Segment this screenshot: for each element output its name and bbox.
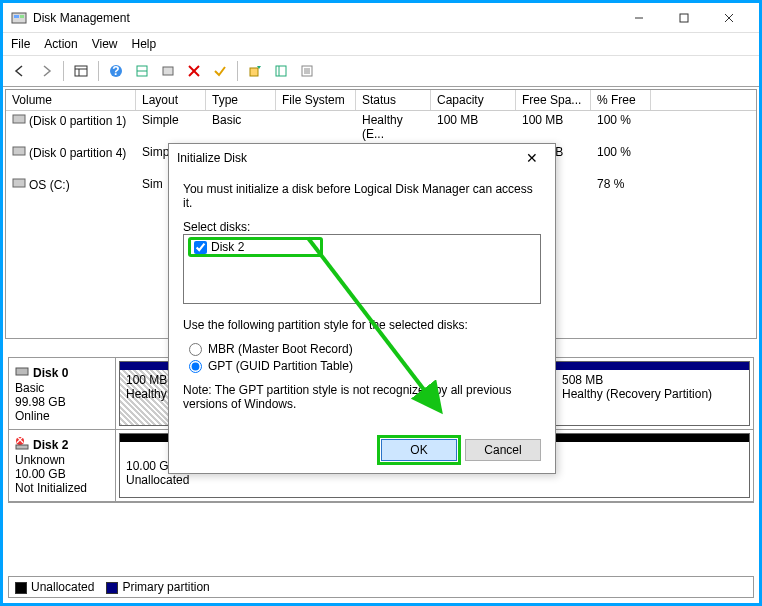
column-headers: Volume Layout Type File System Status Ca… xyxy=(6,90,756,111)
disk2-checkbox[interactable] xyxy=(194,241,207,254)
disk2-checkbox-label: Disk 2 xyxy=(211,240,244,254)
svg-rect-17 xyxy=(250,68,258,76)
refresh-button[interactable] xyxy=(244,60,266,82)
svg-rect-18 xyxy=(276,66,286,76)
disk2-name: Disk 2 xyxy=(33,438,68,452)
apply-button[interactable] xyxy=(209,60,231,82)
mbr-radio-input[interactable] xyxy=(189,343,202,356)
svg-rect-25 xyxy=(13,147,25,155)
menu-file[interactable]: File xyxy=(11,37,30,51)
disk-error-icon: ✕ xyxy=(15,436,29,453)
col-capacity[interactable]: Capacity xyxy=(431,90,516,110)
svg-rect-24 xyxy=(13,115,25,123)
disk0-info: Disk 0 Basic 99.98 GB Online xyxy=(9,358,116,429)
show-hide-tree-button[interactable] xyxy=(70,60,92,82)
disk-checkbox-row[interactable]: Disk 2 xyxy=(188,237,323,257)
disk0-partition-4[interactable]: 508 MB Healthy (Recovery Partition) xyxy=(555,361,750,426)
unallocated-label: Unallocated xyxy=(126,473,743,487)
svg-rect-4 xyxy=(680,14,688,22)
select-disks-label: Select disks: xyxy=(183,220,541,234)
delete-button[interactable] xyxy=(183,60,205,82)
partition-size: 508 MB xyxy=(562,373,743,387)
disk2-size: 10.00 GB xyxy=(15,467,109,481)
svg-rect-7 xyxy=(75,66,87,76)
menu-help[interactable]: Help xyxy=(132,37,157,51)
col-status[interactable]: Status xyxy=(356,90,431,110)
volume-row[interactable]: (Disk 0 partition 1)SimpleBasicHealthy (… xyxy=(6,111,756,143)
back-button[interactable] xyxy=(9,60,31,82)
initialize-disk-dialog: Initialize Disk ✕ You must initialize a … xyxy=(168,143,556,474)
col-volume[interactable]: Volume xyxy=(6,90,136,110)
col-free-space[interactable]: Free Spa... xyxy=(516,90,591,110)
disk2-state: Not Initialized xyxy=(15,481,109,495)
toolbar-separator xyxy=(237,61,238,81)
disk0-name: Disk 0 xyxy=(33,366,68,380)
svg-rect-2 xyxy=(20,15,24,18)
partition-style-label: Use the following partition style for th… xyxy=(183,318,541,332)
properties-button[interactable] xyxy=(157,60,179,82)
partition-status: Healthy (Recovery Partition) xyxy=(562,387,743,401)
partition-status: Healthy xyxy=(126,387,172,401)
svg-rect-30 xyxy=(16,445,28,449)
toolbar: ? xyxy=(3,55,759,87)
svg-rect-27 xyxy=(16,368,28,375)
help-button[interactable]: ? xyxy=(105,60,127,82)
col-type[interactable]: Type xyxy=(206,90,276,110)
legend-unallocated: Unallocated xyxy=(15,580,94,594)
disk0-type: Basic xyxy=(15,381,109,395)
window-title: Disk Management xyxy=(33,11,616,25)
dialog-title: Initialize Disk xyxy=(177,151,517,165)
dialog-titlebar: Initialize Disk ✕ xyxy=(169,144,555,172)
rescan-button[interactable] xyxy=(270,60,292,82)
mbr-radio[interactable]: MBR (Master Boot Record) xyxy=(189,342,541,356)
dialog-close-button[interactable]: ✕ xyxy=(517,150,547,166)
disk-listbox[interactable]: Disk 2 xyxy=(183,234,541,304)
dialog-message: You must initialize a disk before Logica… xyxy=(183,182,541,210)
forward-button[interactable] xyxy=(35,60,57,82)
svg-text:?: ? xyxy=(112,64,119,78)
col-pct-free[interactable]: % Free xyxy=(591,90,651,110)
menu-view[interactable]: View xyxy=(92,37,118,51)
maximize-button[interactable] xyxy=(661,4,706,32)
col-layout[interactable]: Layout xyxy=(136,90,206,110)
disk-icon xyxy=(15,364,29,381)
close-button[interactable] xyxy=(706,4,751,32)
settings-button[interactable] xyxy=(131,60,153,82)
title-bar: Disk Management xyxy=(3,3,759,33)
disk0-state: Online xyxy=(15,409,109,423)
menu-bar: File Action View Help xyxy=(3,33,759,55)
svg-rect-26 xyxy=(13,179,25,187)
disk2-info: ✕Disk 2 Unknown 10.00 GB Not Initialized xyxy=(9,430,116,501)
partition-size: 100 MB xyxy=(126,373,172,387)
gpt-radio[interactable]: GPT (GUID Partition Table) xyxy=(189,359,541,373)
gpt-note: Note: The GPT partition style is not rec… xyxy=(183,383,541,411)
list-button[interactable] xyxy=(296,60,318,82)
disk2-type: Unknown xyxy=(15,453,109,467)
svg-rect-14 xyxy=(163,67,173,75)
toolbar-separator xyxy=(63,61,64,81)
disk0-size: 99.98 GB xyxy=(15,395,109,409)
toolbar-separator xyxy=(98,61,99,81)
legend-primary: Primary partition xyxy=(106,580,209,594)
menu-action[interactable]: Action xyxy=(44,37,77,51)
cancel-button[interactable]: Cancel xyxy=(465,439,541,461)
col-filesystem[interactable]: File System xyxy=(276,90,356,110)
legend: Unallocated Primary partition xyxy=(8,576,754,598)
gpt-radio-input[interactable] xyxy=(189,360,202,373)
minimize-button[interactable] xyxy=(616,4,661,32)
ok-button[interactable]: OK xyxy=(381,439,457,461)
app-icon xyxy=(11,10,27,26)
svg-rect-1 xyxy=(14,15,19,18)
